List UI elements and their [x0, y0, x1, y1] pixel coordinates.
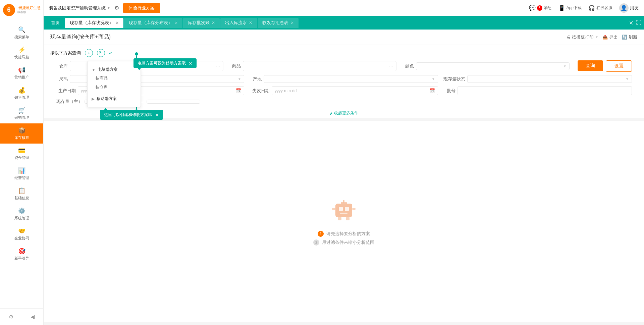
- main-area: 装备及固定资产辅助管理系统 ▼ ⚙ 体验行业方案 💬 8 消息 📱 App下载 …: [44, 0, 644, 325]
- scheme-group-mobile-header[interactable]: ▶ 移动端方案: [88, 95, 141, 103]
- system-icon: ⚙️: [18, 207, 25, 215]
- refresh-btn[interactable]: 🔄 刷新: [622, 34, 637, 40]
- user-avatar: 👤: [619, 3, 629, 13]
- sidebar-label-finance: 资金管理: [14, 155, 29, 160]
- field-size-label: 尺码: [56, 76, 68, 82]
- field-goods: 商品 ···: [229, 61, 396, 71]
- filter-refresh-btn[interactable]: ↻: [97, 49, 105, 57]
- field-stock-to[interactable]: [147, 100, 200, 104]
- tab-flow[interactable]: 出入库流水 ✕: [220, 18, 257, 28]
- field-goods-input[interactable]: ···: [243, 61, 396, 71]
- export-btn[interactable]: 📤 导出: [602, 34, 618, 40]
- color-select-arrow: ▼: [563, 64, 567, 68]
- sidebar-item-purchase[interactable]: 🛒 采购管理: [0, 103, 43, 123]
- topbar-message[interactable]: 💬 8 消息: [529, 5, 552, 11]
- tab-collect[interactable]: 收发存汇总表 ✕: [258, 18, 299, 28]
- prod-date-calendar-icon[interactable]: 📅: [236, 88, 241, 93]
- settings-bottom-icon[interactable]: ⚙: [7, 312, 15, 322]
- page-title: 现存量查询(按仓库+商品): [50, 34, 111, 41]
- filter-add-btn[interactable]: +: [85, 49, 93, 57]
- finance-icon: 💳: [18, 147, 25, 154]
- sidebar-label-guide: 新手引导: [14, 256, 29, 261]
- enterprise-icon: 🤝: [18, 227, 25, 235]
- tooltip-create-scheme: 这里可以创建和修改方案哦 ✕: [100, 110, 163, 120]
- tab-close-inventory-status[interactable]: ✕: [115, 20, 119, 25]
- tooltip-add-close[interactable]: ✕: [189, 61, 193, 66]
- step1-text: 请先选择要分析的方案: [326, 231, 370, 237]
- scheme-group-pc-header[interactable]: ▼ 电脑端方案: [88, 65, 141, 74]
- field-warehouse-label: 仓库: [56, 63, 68, 69]
- sidebar-item-finance[interactable]: 💳 资金管理: [0, 144, 43, 164]
- support-icon: 🎧: [588, 5, 595, 11]
- field-color-input[interactable]: ▼: [416, 62, 570, 70]
- sidebar-label-search: 搜索菜单: [14, 35, 29, 40]
- marketing-icon: 📢: [18, 66, 25, 74]
- sidebar: 6 畅捷通好生意 标准版 🔍 搜索菜单 ⚡ 快捷导航 📢 营销推广 💰 销售管理…: [0, 0, 44, 325]
- sidebar-item-operations[interactable]: 📊 经营管理: [0, 164, 43, 184]
- goods-dots-icon: ···: [389, 63, 393, 69]
- topbar-app[interactable]: 📱 App下载: [558, 5, 582, 11]
- size-select-arrow: ▼: [238, 77, 241, 81]
- topbar-user[interactable]: 👤 用友: [619, 3, 639, 13]
- field-origin-input[interactable]: ▼: [264, 75, 438, 83]
- topbar-right: 💬 8 消息 📱 App下载 🎧 在线客服 👤 用友: [529, 3, 639, 13]
- sidebar-item-guide[interactable]: 🎯 新手引导: [0, 244, 43, 264]
- search-btn[interactable]: 查询: [578, 60, 603, 71]
- exp-date-calendar-icon[interactable]: 📅: [430, 88, 435, 93]
- sidebar-item-system[interactable]: ⚙️ 系统管理: [0, 204, 43, 224]
- tab-close-inventory-dist[interactable]: ✕: [174, 20, 178, 25]
- tab-collect-label: 收发存汇总表: [262, 20, 288, 26]
- tab-inventory-dist[interactable]: 现存量（库存分布表） ✕: [124, 18, 182, 28]
- system-name-dropdown[interactable]: 装备及固定资产辅助管理系统 ▼: [49, 5, 110, 11]
- sidebar-item-marketing[interactable]: 📢 营销推广: [0, 63, 43, 83]
- sidebar-item-sales[interactable]: 💰 销售管理: [0, 83, 43, 103]
- scheme-item-warehouse[interactable]: 按仓库: [88, 83, 141, 92]
- field-exp-date-input[interactable]: yyyy-mm-dd 📅: [272, 86, 438, 95]
- sidebar-item-enterprise[interactable]: 🤝 企业协同: [0, 224, 43, 244]
- sidebar-item-inventory[interactable]: 📦 库存核算: [0, 123, 43, 144]
- logo-badge: 标准版: [17, 10, 41, 14]
- field-status: 现存量状态 ▼: [443, 75, 632, 83]
- industry-btn[interactable]: 体验行业方案: [123, 3, 160, 13]
- filter-row: 按以下方案查询 + ↻ « 电脑方案可设为移动方案哦 ✕ ▼ 电脑端方案: [50, 49, 637, 57]
- navigate-icon: ⚡: [18, 46, 25, 54]
- tab-close-batch[interactable]: ✕: [212, 20, 215, 25]
- tab-right-btns: ✕ ⛶: [629, 20, 641, 26]
- exp-date-placeholder: yyyy-mm-dd: [275, 89, 297, 93]
- tab-batch[interactable]: 库存批次账 ✕: [183, 18, 220, 28]
- tab-batch-label: 库存批次账: [188, 20, 210, 26]
- sidebar-nav: 🔍 搜索菜单 ⚡ 快捷导航 📢 营销推广 💰 销售管理 🛒 采购管理 📦 库存核…: [0, 20, 43, 308]
- tab-close-flow[interactable]: ✕: [249, 20, 252, 25]
- topbar-support[interactable]: 🎧 在线客服: [588, 5, 612, 11]
- tooltip-scheme-close[interactable]: ✕: [155, 112, 159, 118]
- tooltip-add-text: 电脑方案可设为移动方案哦: [138, 60, 186, 66]
- sidebar-item-search[interactable]: 🔍 搜索菜单: [0, 23, 43, 43]
- field-batch-input[interactable]: [458, 86, 632, 95]
- field-status-input[interactable]: ▼: [467, 75, 632, 83]
- reset-btn[interactable]: 设置: [606, 60, 632, 72]
- field-color-label: 颜色: [402, 63, 414, 69]
- search-reset-btns: 查询 设置: [578, 60, 632, 72]
- purchase-icon: 🛒: [18, 107, 25, 114]
- operations-icon: 📊: [18, 167, 25, 174]
- scheme-arrow-btn[interactable]: «: [109, 50, 112, 56]
- collapse-label: 收起更多条件: [334, 110, 358, 116]
- tab-close-collect[interactable]: ✕: [290, 20, 294, 25]
- svg-rect-9: [346, 217, 350, 220]
- app-icon: 📱: [558, 5, 565, 11]
- tab-fullscreen-icon[interactable]: ⛶: [636, 20, 641, 26]
- field-origin: 产地 ▼: [250, 75, 438, 83]
- print-btn[interactable]: 🖨 按模板打印 ▼: [566, 34, 598, 40]
- support-label: 在线客服: [596, 5, 612, 11]
- sidebar-item-base[interactable]: 📋 基础信息: [0, 184, 43, 204]
- tab-close-all-icon[interactable]: ✕: [629, 20, 633, 26]
- collapse-up-icon: ∧: [330, 111, 333, 116]
- topbar-settings-icon[interactable]: ⚙: [114, 5, 119, 11]
- collapse-sidebar-icon[interactable]: ◀: [29, 312, 36, 322]
- tab-home[interactable]: 首页: [46, 18, 64, 28]
- sidebar-item-navigate[interactable]: ⚡ 快捷导航: [0, 43, 43, 63]
- field-exp-date: 失效日期 yyyy-mm-dd 📅: [250, 86, 438, 95]
- scheme-group-mobile-label: 移动端方案: [97, 96, 117, 102]
- scheme-item-goods[interactable]: 按商品: [88, 74, 141, 83]
- tab-inventory-status[interactable]: 现存量（库存状况表） ✕: [65, 18, 123, 28]
